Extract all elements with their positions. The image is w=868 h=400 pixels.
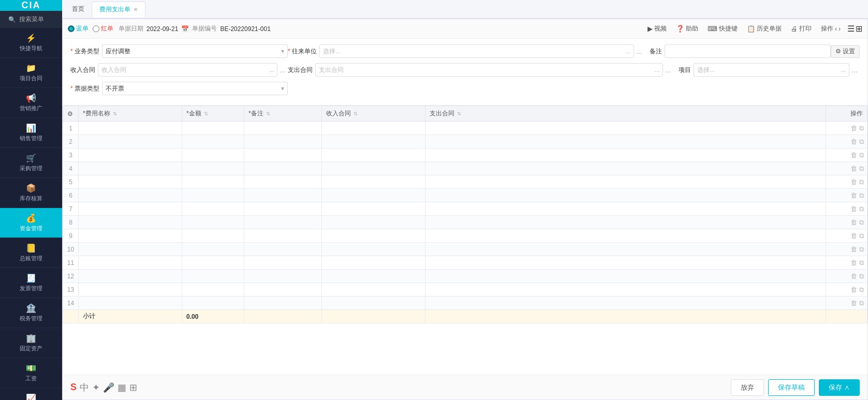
row-copy-icon-4[interactable]: ⧉	[859, 165, 864, 173]
row-delete-icon-7[interactable]: 🗑	[850, 205, 857, 213]
sidebar-item-fixed-assets[interactable]: 🏢固定资产	[0, 328, 62, 358]
row-income-contract-1[interactable]	[322, 122, 425, 135]
counterpart-dots-btn[interactable]: ...	[634, 47, 644, 55]
row-expense-name-5[interactable]	[79, 175, 182, 189]
sidebar-item-inventory[interactable]: 📦库存核算	[0, 178, 62, 208]
row-remark-12[interactable]	[244, 270, 322, 283]
row-copy-icon-5[interactable]: ⧉	[859, 178, 864, 186]
col-settings[interactable]: ⚙	[63, 106, 79, 122]
row-remark-5[interactable]	[244, 175, 322, 189]
income-contract-input[interactable]: 收入合同	[98, 63, 277, 77]
row-income-contract-2[interactable]	[322, 135, 425, 149]
row-expense-name-12[interactable]	[79, 270, 182, 283]
row-delete-icon-11[interactable]: 🗑	[850, 259, 857, 266]
save-draft-button[interactable]: 保存草稿	[768, 379, 815, 396]
row-amount-5[interactable]	[182, 175, 244, 189]
row-expense-contract-9[interactable]	[425, 229, 826, 243]
row-expense-name-6[interactable]	[79, 189, 182, 202]
tab-home[interactable]: 首页	[65, 2, 92, 17]
sort-expense-contract[interactable]: ⇅	[457, 111, 461, 116]
row-remark-10[interactable]	[244, 243, 322, 256]
row-delete-icon-5[interactable]: 🗑	[850, 178, 857, 186]
row-expense-name-10[interactable]	[79, 243, 182, 256]
shortcut-action[interactable]: ⌨ 快捷键	[705, 23, 740, 34]
row-amount-7[interactable]	[182, 202, 244, 216]
footer-icon-1[interactable]: 中	[80, 381, 89, 394]
row-expense-contract-8[interactable]	[425, 216, 826, 229]
invoice-type-input[interactable]: 不开票	[102, 82, 288, 95]
row-expense-contract-13[interactable]	[425, 283, 826, 297]
row-copy-icon-6[interactable]: ⧉	[859, 191, 864, 200]
row-amount-8[interactable]	[182, 216, 244, 229]
row-copy-icon-13[interactable]: ⧉	[859, 286, 864, 294]
radio-red-input[interactable]	[93, 25, 99, 32]
operation-action[interactable]: 操作 ‹ ›	[818, 23, 843, 34]
row-expense-name-8[interactable]	[79, 216, 182, 229]
row-amount-12[interactable]	[182, 270, 244, 283]
row-expense-contract-6[interactable]	[425, 189, 826, 202]
row-delete-icon-4[interactable]: 🗑	[850, 165, 857, 172]
save-button[interactable]: 保存 ∧	[819, 379, 860, 396]
row-income-contract-10[interactable]	[322, 243, 425, 256]
sidebar-search[interactable]: 🔍 搜索菜单	[0, 11, 62, 28]
sidebar-item-operations[interactable]: 📈经营管理	[0, 388, 62, 400]
help-action[interactable]: ❓ 助助	[673, 23, 701, 34]
sort-expense-name[interactable]: ⇅	[113, 111, 117, 116]
sort-remark[interactable]: ⇅	[266, 111, 270, 116]
row-copy-icon-2[interactable]: ⧉	[859, 138, 864, 146]
project-dots[interactable]: ...	[849, 66, 860, 74]
row-expense-name-14[interactable]	[79, 297, 182, 310]
row-remark-9[interactable]	[244, 229, 322, 243]
row-income-contract-14[interactable]	[322, 297, 425, 310]
sidebar-item-accounting[interactable]: 📒总账管理	[0, 238, 62, 268]
discard-button[interactable]: 放弃	[731, 379, 764, 396]
row-amount-3[interactable]	[182, 149, 244, 162]
row-amount-13[interactable]	[182, 283, 244, 297]
tab-close-icon[interactable]: ✕	[134, 7, 138, 12]
footer-icon-2[interactable]: ✦	[92, 382, 100, 393]
video-action[interactable]: ▶ 视频	[645, 23, 669, 34]
sidebar-item-salary[interactable]: 💵工资	[0, 358, 62, 388]
sort-income-contract[interactable]: ⇅	[354, 111, 358, 116]
row-expense-contract-10[interactable]	[425, 243, 826, 256]
expense-contract-input[interactable]: 支出合同	[315, 63, 663, 77]
row-expense-contract-3[interactable]	[425, 149, 826, 162]
counterpart-input[interactable]: 选择...	[319, 45, 634, 58]
row-expense-name-2[interactable]	[79, 135, 182, 149]
row-income-contract-3[interactable]	[322, 149, 425, 162]
row-amount-6[interactable]	[182, 189, 244, 202]
row-amount-2[interactable]	[182, 135, 244, 149]
row-delete-icon-8[interactable]: 🗑	[850, 218, 857, 226]
row-expense-contract-14[interactable]	[425, 297, 826, 310]
sidebar-item-project-contract[interactable]: 📁项目合同	[0, 58, 62, 88]
row-delete-icon-2[interactable]: 🗑	[850, 138, 857, 145]
row-expense-contract-1[interactable]	[425, 122, 826, 135]
row-expense-contract-2[interactable]	[425, 135, 826, 149]
row-expense-contract-4[interactable]	[425, 162, 826, 175]
row-copy-icon-11[interactable]: ⧉	[859, 259, 864, 267]
row-delete-icon-10[interactable]: 🗑	[850, 245, 857, 253]
row-income-contract-11[interactable]	[322, 256, 425, 270]
row-amount-11[interactable]	[182, 256, 244, 270]
row-copy-icon-12[interactable]: ⧉	[859, 272, 864, 280]
sidebar-item-invoice[interactable]: 🧾发票管理	[0, 268, 62, 298]
row-remark-6[interactable]	[244, 189, 322, 202]
row-remark-2[interactable]	[244, 135, 322, 149]
radio-red-label[interactable]: 红单	[93, 24, 113, 33]
row-remark-1[interactable]	[244, 122, 322, 135]
row-expense-contract-7[interactable]	[425, 202, 826, 216]
row-copy-icon-8[interactable]: ⧉	[859, 218, 864, 227]
settings-button[interactable]: ⚙ 设置	[831, 45, 860, 58]
footer-apps-icon[interactable]: ⊞	[129, 382, 137, 393]
row-amount-10[interactable]	[182, 243, 244, 256]
row-income-contract-4[interactable]	[322, 162, 425, 175]
row-expense-name-7[interactable]	[79, 202, 182, 216]
footer-table-icon[interactable]: ▦	[117, 382, 126, 393]
row-copy-icon-7[interactable]: ⧉	[859, 205, 864, 213]
row-expense-name-11[interactable]	[79, 256, 182, 270]
row-expense-name-4[interactable]	[79, 162, 182, 175]
footer-mic-icon[interactable]: 🎤	[103, 382, 114, 393]
row-amount-14[interactable]	[182, 297, 244, 310]
row-amount-4[interactable]	[182, 162, 244, 175]
row-delete-icon-14[interactable]: 🗑	[850, 299, 857, 307]
